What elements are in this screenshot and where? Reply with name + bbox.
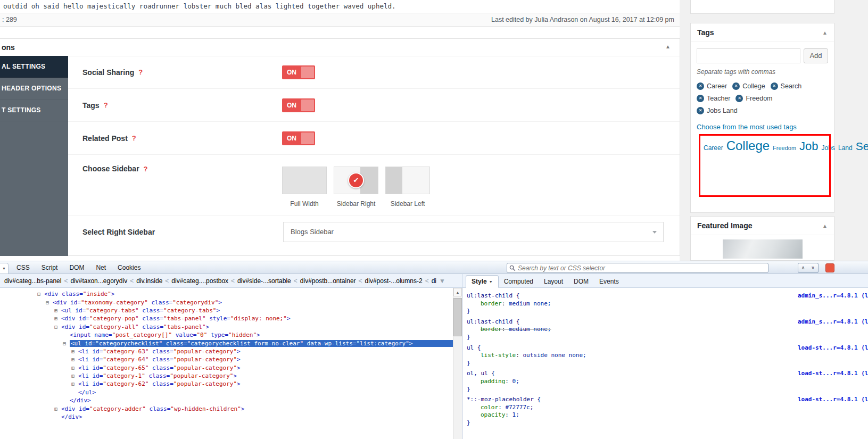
breadcrumb-item[interactable]: div#postb...ontainer [300,277,356,285]
css-source-link[interactable]: admin_s...r=4.8.1 (line 14 [798,318,868,326]
help-icon[interactable]: ? [104,101,108,109]
breadcrumb-item[interactable]: div#categ...bs-panel [4,277,61,285]
metabox-toggle-icon[interactable]: ▲ [822,30,828,36]
tree-row[interactable]: ⊟<div id="taxonomy-category" class="cate… [37,298,453,306]
remove-tag-icon[interactable]: ✕ [735,95,743,102]
expander-icon[interactable]: ⊞ [71,349,78,354]
css-declaration[interactable]: padding: 0; [467,378,868,386]
remove-tag-icon[interactable]: ✕ [697,95,704,102]
tree-row[interactable]: ⊞<ul id="category-tabs" class="category-… [37,307,453,314]
css-source-link[interactable]: load-st...r=4.8.1 (line 1 [798,344,868,352]
breadcrumb-item[interactable]: div.inside [136,277,162,285]
devtools-tab[interactable]: Script [36,262,64,273]
tree-row[interactable]: ⊞<li id="category-64" class="popular-cat… [37,355,453,363]
css-declaration[interactable]: color: #72777c; [467,404,868,412]
tree-row[interactable]: ⊟<div class="inside"> [37,290,453,298]
toggle-switch[interactable]: ON [282,98,315,112]
help-icon[interactable]: ? [144,165,148,173]
help-icon[interactable]: ? [138,68,143,76]
tree-row[interactable]: ⊞<div id="category-adder" class="wp-hidd… [37,404,453,412]
expander-icon[interactable]: ⊟ [37,291,44,297]
add-tag-button[interactable]: Add [804,48,828,63]
css-source-link[interactable]: load-st...r=4.8.1 (line 1 [798,370,868,378]
breadcrumb-item[interactable]: di [432,277,436,285]
settings-nav-item[interactable]: HEADER OPTIONS [0,78,68,100]
css-source-link[interactable]: load-st...r=4.8.1 (line 2 [798,396,868,404]
tag-chip: ✕Teacher [697,92,730,104]
tree-scrollbar[interactable]: ▲ [453,288,462,439]
expander-icon[interactable]: ⊞ [71,365,78,371]
style-panel-tab[interactable]: Layout [539,276,568,287]
tree-row[interactable]: ⊞<li id="category-62" class="popular-cat… [37,380,453,388]
featured-image-thumbnail[interactable] [723,239,803,259]
tree-row[interactable]: </div> [37,396,453,404]
sidebar-select[interactable]: Blogs Sidebar [283,222,664,242]
expander-icon[interactable]: ⊞ [54,406,61,412]
devtools-tab[interactable]: DOM [63,262,90,273]
tag-cloud-item[interactable]: College [726,138,770,153]
scroll-thumb[interactable] [453,298,462,336]
breadcrumb-item[interactable]: div#side-...sortable [237,277,291,285]
active-tab-partial[interactable]: ▼ [0,263,9,274]
css-declaration[interactable]: border: medium none; [467,326,868,334]
style-panel-tab[interactable]: Computed [499,276,539,287]
tag-cloud-item[interactable]: Jobs [822,144,835,152]
remove-tag-icon[interactable]: ✕ [732,82,740,90]
expander-icon[interactable]: ⊟ [46,300,53,305]
tree-row[interactable]: <input name="post_category[]" value="0" … [37,331,453,339]
most-used-tags-link[interactable]: Choose from the most used tags [697,123,828,131]
expander-icon[interactable]: ⊞ [54,316,61,321]
settings-nav-item[interactable]: AL SETTINGS [0,56,68,78]
tree-row[interactable]: ⊟<div id="category-all" class="tabs-pane… [37,323,453,331]
style-panel-tab[interactable]: DOM [568,276,594,287]
breadcrumb-item[interactable]: div#categ....postbox [171,277,228,285]
css-declaration[interactable]: border: medium none; [467,300,868,308]
tag-cloud-item[interactable]: Career [704,144,723,152]
breadcrumb-item[interactable]: div#taxon...egorydiv [70,277,127,285]
tag-cloud-item[interactable]: Job [799,139,818,153]
css-source-link[interactable]: admin_s...r=4.8.1 (line 1 [798,292,868,300]
tree-row[interactable]: ⊟<ul id="categorychecklist" class="categ… [37,339,453,347]
devtools-tab[interactable]: CSS [11,262,36,273]
metabox-toggle-icon[interactable]: ▲ [822,223,828,229]
toggle-switch[interactable]: ON [282,131,315,145]
expander-icon[interactable]: ⊞ [71,381,78,387]
tag-cloud-item[interactable]: Search [856,140,868,152]
toggle-switch[interactable]: ON [282,65,315,79]
style-panel-tab[interactable]: Events [594,276,624,287]
remove-tag-icon[interactable]: ✕ [697,107,704,114]
remove-tag-icon[interactable]: ✕ [697,82,704,90]
devtools-search-input[interactable] [507,263,768,273]
remove-tag-icon[interactable]: ✕ [771,82,778,90]
sidebar-layout-option[interactable]: Full Width [282,167,327,208]
devtools-close-button[interactable] [825,263,834,272]
css-declaration[interactable]: list-style: outside none none; [467,352,868,360]
expander-icon[interactable]: ⊞ [71,373,78,379]
tag-cloud-item[interactable]: Land [838,144,853,152]
help-icon[interactable]: ? [132,134,136,142]
expander-icon[interactable]: ⊟ [54,324,61,330]
find-next-button[interactable]: ∨ [808,263,819,273]
expander-icon[interactable]: ⊞ [71,357,78,362]
tag-input[interactable] [697,48,800,63]
tree-row[interactable]: ⊞<li id="category-63" class="popular-cat… [37,347,453,355]
tree-row[interactable]: ⊞<div id="category-pop" class="tabs-pane… [37,314,453,322]
expander-icon[interactable]: ⊞ [54,308,61,313]
scroll-up-button[interactable]: ▲ [453,288,462,296]
tree-row[interactable]: ⊞<li id="category-1" class="popular-cate… [37,372,453,380]
breadcrumb-item[interactable]: div#post-...olumns-2 [365,277,423,285]
css-declaration[interactable]: opacity: 1; [467,411,868,419]
find-prev-button[interactable]: ∧ [798,263,808,273]
tag-cloud-item[interactable]: Freedom [773,145,796,151]
style-panel-tab[interactable]: Style▼ [466,275,499,288]
devtools-tab[interactable]: Cookies [112,262,146,273]
expander-icon[interactable]: ⊟ [63,341,70,346]
tree-row[interactable]: </ul> [37,388,453,396]
settings-nav-item[interactable]: T SETTINGS [0,100,68,121]
sidebar-layout-option[interactable]: Sidebar Left [385,167,430,208]
devtools-tab[interactable]: Net [90,262,112,273]
sidebar-layout-option[interactable]: ✔Sidebar Right [334,167,378,208]
tree-row[interactable]: ⊞<li id="category-65" class="popular-cat… [37,364,453,372]
tree-row[interactable]: </div> [37,413,453,421]
collapse-arrow-icon[interactable]: ▲ [665,44,671,49]
